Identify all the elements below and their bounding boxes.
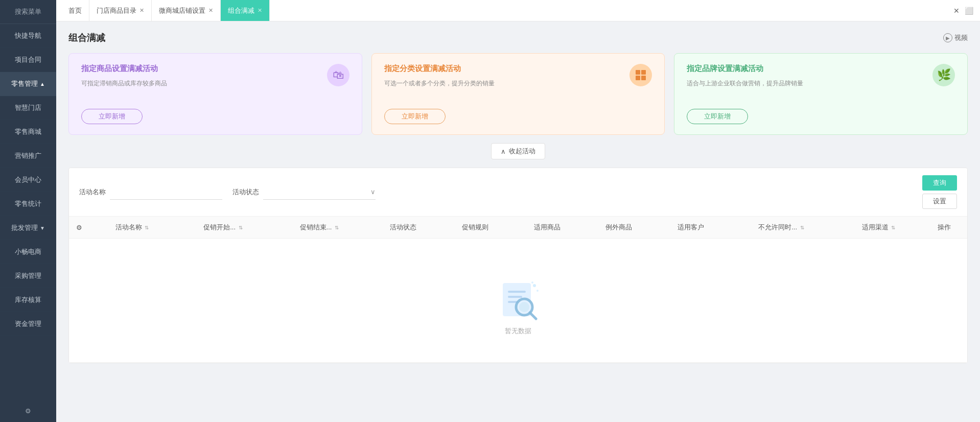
filter-status-item: 活动状态 ∨ — [232, 184, 376, 200]
tab-close-mini-store-settings[interactable]: ✕ — [208, 7, 213, 14]
th-end[interactable]: 促销结束... ⇅ — [271, 217, 367, 239]
tab-combo-discount[interactable]: 组合满减 ✕ — [221, 0, 270, 21]
settings-icon[interactable]: ⚙ — [0, 400, 56, 422]
th-rule: 促销规则 — [439, 217, 511, 239]
sidebar-item-member-center[interactable]: 会员中心 — [0, 168, 56, 192]
data-table: ⚙ 活动名称 ⇅ 促销开始... ⇅ 促销结束... ⇅ — [69, 217, 967, 363]
promo-card-category-title: 指定分类设置满减活动 — [384, 64, 652, 74]
table-container: ⚙ 活动名称 ⇅ 促销开始... ⇅ 促销结束... ⇅ — [69, 217, 967, 363]
svg-rect-6 — [508, 296, 522, 298]
th-goods: 适用商品 — [511, 217, 583, 239]
setting-button[interactable]: 设置 — [922, 194, 957, 209]
promo-card-goods-title: 指定商品设置满减活动 — [81, 64, 349, 74]
promo-card-brand: 指定品牌设置满减活动 适合与上游企业联合做营销，提升品牌销量 🌿 立即新增 — [674, 53, 968, 135]
sort-icon: ⇅ — [891, 225, 895, 230]
filter-name-item: 活动名称 — [79, 184, 222, 200]
table-header-row: ⚙ 活动名称 ⇅ 促销开始... ⇅ 促销结束... ⇅ — [69, 217, 967, 239]
add-brand-discount-button[interactable]: 立即新增 — [687, 109, 748, 124]
table-body: 暂无数据 — [69, 239, 967, 363]
svg-line-10 — [530, 313, 536, 319]
svg-rect-3 — [641, 76, 646, 80]
svg-point-13 — [531, 282, 533, 284]
filter-status-select[interactable]: ∨ — [263, 184, 376, 200]
page-header: 组合满减 ▶ 视频 — [68, 32, 968, 44]
tab-store-catalog[interactable]: 门店商品目录 ✕ — [89, 0, 152, 21]
th-name[interactable]: 活动名称 ⇅ — [89, 217, 175, 239]
collapse-activities-button[interactable]: ∧ 收起活动 — [491, 143, 545, 159]
svg-point-11 — [533, 284, 536, 287]
th-except-goods: 例外商品 — [583, 217, 655, 239]
empty-cell: 暂无数据 — [69, 239, 967, 363]
chevron-down-icon: ▼ — [40, 225, 45, 231]
add-goods-discount-button[interactable]: 立即新增 — [81, 109, 143, 124]
play-icon: ▶ — [943, 33, 952, 42]
promo-card-category: 指定分类设置满减活动 可选一个或者多个分类，提升分类的销量 立即新增 — [371, 53, 665, 135]
promo-card-brand-desc: 适合与上游企业联合做营销，提升品牌销量 — [687, 79, 955, 102]
add-category-discount-button[interactable]: 立即新增 — [384, 109, 446, 124]
filter-status-label: 活动状态 — [232, 187, 259, 197]
sort-icon: ⇅ — [145, 225, 149, 230]
empty-row: 暂无数据 — [69, 239, 967, 363]
promo-card-brand-title: 指定品牌设置满减活动 — [687, 64, 955, 74]
filter-row: 活动名称 活动状态 ∨ 查询 设置 — [69, 168, 967, 217]
filter-name-label: 活动名称 — [79, 187, 106, 197]
chevron-up-icon: ▲ — [40, 81, 45, 87]
promo-card-category-desc: 可选一个或者多个分类，提升分类的销量 — [384, 79, 652, 102]
sidebar-item-xiaochange-ecom[interactable]: 小畅电商 — [0, 240, 56, 264]
sidebar: 搜索菜单 快捷导航 项目合同 零售管理 ▲ 智慧门店 零售商城 营销推广 会员中… — [0, 0, 56, 422]
empty-illustration — [493, 275, 544, 326]
sidebar-item-smart-store[interactable]: 智慧门店 — [0, 96, 56, 120]
th-start[interactable]: 促销开始... ⇅ — [175, 217, 271, 239]
promo-card-goods-desc: 可指定滞销商品或库存较多商品 — [81, 79, 349, 102]
tab-bar: 首页 门店商品目录 ✕ 微商城店铺设置 ✕ 组合满减 ✕ ✕ ⬜ — [56, 0, 980, 21]
chevron-down-icon: ∨ — [370, 188, 376, 196]
sidebar-item-purchase-mgmt[interactable]: 采购管理 — [0, 264, 56, 288]
page-title: 组合满减 — [68, 32, 105, 44]
sidebar-item-marketing[interactable]: 营销推广 — [0, 144, 56, 168]
th-channel[interactable]: 适用渠道 ⇅ — [836, 217, 921, 239]
tab-home[interactable]: 首页 — [61, 0, 89, 21]
collapse-bar: ∧ 收起活动 — [68, 143, 968, 159]
svg-rect-2 — [636, 76, 640, 80]
th-action: 操作 — [921, 217, 967, 239]
svg-rect-1 — [641, 70, 646, 75]
sidebar-item-project-contract[interactable]: 项目合同 — [0, 48, 56, 72]
th-gear[interactable]: ⚙ — [69, 217, 89, 239]
tab-close-combo-discount[interactable]: ✕ — [258, 7, 262, 14]
sort-icon: ⇅ — [239, 225, 243, 230]
svg-point-12 — [536, 290, 539, 292]
tab-mini-store-settings[interactable]: 微商城店铺设置 ✕ — [152, 0, 221, 21]
sort-icon: ⇅ — [800, 225, 804, 230]
empty-text: 暂无数据 — [505, 326, 531, 336]
close-button[interactable]: ✕ — [952, 7, 961, 15]
sidebar-item-retail-mgmt[interactable]: 零售管理 ▲ — [0, 72, 56, 96]
th-customer: 适用客户 — [655, 217, 727, 239]
query-button[interactable]: 查询 — [922, 175, 957, 191]
maximize-button[interactable]: ⬜ — [965, 7, 973, 15]
sort-icon: ⇅ — [335, 225, 339, 230]
brand-icon: 🌿 — [932, 64, 955, 86]
filter-buttons: 查询 设置 — [922, 175, 957, 209]
promo-card-goods: 指定商品设置满减活动 可指定滞销商品或库存较多商品 🛍 立即新增 — [68, 53, 362, 135]
filter-name-input[interactable] — [110, 184, 222, 200]
main-area: 首页 门店商品目录 ✕ 微商城店铺设置 ✕ 组合满减 ✕ ✕ ⬜ 组合满减 ▶ … — [56, 0, 980, 422]
svg-rect-0 — [636, 70, 640, 75]
th-no-overlap[interactable]: 不允许同时... ⇅ — [727, 217, 836, 239]
filter-and-table: 活动名称 活动状态 ∨ 查询 设置 — [68, 168, 968, 363]
empty-state: 暂无数据 — [74, 245, 962, 356]
tab-close-store-catalog[interactable]: ✕ — [139, 7, 144, 14]
sidebar-item-wholesale-mgmt[interactable]: 批发管理 ▼ — [0, 216, 56, 240]
sidebar-item-quick-nav[interactable]: 快捷导航 — [0, 24, 56, 48]
promo-cards-row: 指定商品设置满减活动 可指定滞销商品或库存较多商品 🛍 立即新增 指定分类设置满… — [68, 53, 968, 135]
chevron-up-icon: ∧ — [501, 148, 506, 155]
sidebar-item-finance-mgmt[interactable]: 资金管理 — [0, 312, 56, 336]
content-area: 组合满减 ▶ 视频 指定商品设置满减活动 可指定滞销商品或库存较多商品 🛍 立即… — [56, 21, 980, 422]
svg-rect-5 — [508, 291, 526, 293]
goods-icon: 🛍 — [327, 64, 349, 86]
sidebar-item-retail-stats[interactable]: 零售统计 — [0, 192, 56, 216]
svg-point-9 — [519, 302, 529, 312]
sidebar-item-inventory-calc[interactable]: 库存核算 — [0, 288, 56, 312]
video-link[interactable]: ▶ 视频 — [943, 33, 968, 42]
sidebar-search[interactable]: 搜索菜单 — [0, 0, 56, 24]
sidebar-item-retail-mall[interactable]: 零售商城 — [0, 120, 56, 144]
